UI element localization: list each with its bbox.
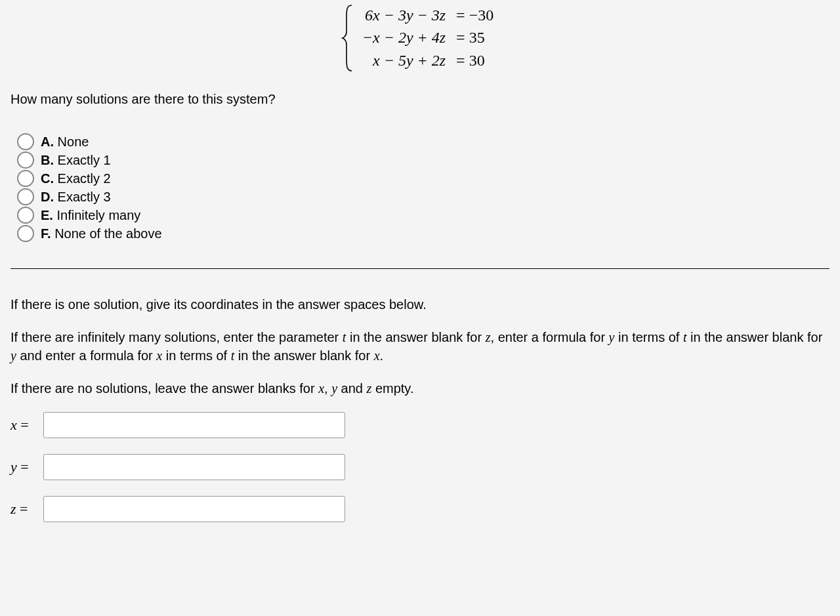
equation-system: 6x − 3y − 3z = −30 −x − 2y + 4z = 35 x −…: [10, 4, 830, 72]
option-a[interactable]: A. None: [17, 133, 830, 150]
z-input[interactable]: [43, 496, 345, 522]
answer-row-x: x =: [10, 412, 830, 438]
instructions: If there is one solution, give its coord…: [10, 295, 830, 398]
instruction-infinite-solutions: If there are infinitely many solutions, …: [10, 328, 830, 365]
instruction-no-solutions: If there are no solutions, leave the ans…: [10, 379, 830, 398]
eq3-rhs: = 30: [451, 49, 499, 72]
y-input[interactable]: [43, 454, 345, 480]
radio-b[interactable]: [17, 152, 34, 169]
radio-f[interactable]: [17, 225, 34, 242]
section-divider: [10, 268, 830, 269]
z-label: z =: [10, 501, 43, 518]
left-brace-icon: [341, 4, 354, 72]
radio-c[interactable]: [17, 170, 34, 187]
option-e[interactable]: E. Infinitely many: [17, 207, 830, 224]
x-label: x =: [10, 417, 43, 434]
option-f[interactable]: F. None of the above: [17, 225, 830, 242]
answer-row-y: y =: [10, 454, 830, 480]
option-d[interactable]: D. Exactly 3: [17, 188, 830, 205]
option-c[interactable]: C. Exactly 2: [17, 170, 830, 187]
y-label: y =: [10, 459, 43, 476]
question-container: 6x − 3y − 3z = −30 −x − 2y + 4z = 35 x −…: [0, 4, 840, 533]
question-prompt: How many solutions are there to this sys…: [10, 92, 830, 107]
instruction-one-solution: If there is one solution, give its coord…: [10, 295, 830, 314]
option-b[interactable]: B. Exactly 1: [17, 152, 830, 169]
x-input[interactable]: [43, 412, 345, 438]
eq1-rhs: = −30: [451, 4, 499, 27]
answer-row-z: z =: [10, 496, 830, 522]
radio-e[interactable]: [17, 207, 34, 224]
eq2-lhs: −x − 2y + 4z: [362, 29, 446, 46]
options-group: A. None B. Exactly 1 C. Exactly 2 D. Exa…: [17, 133, 830, 242]
eq3-lhs: x − 5y + 2z: [373, 52, 446, 69]
eq2-rhs: = 35: [451, 27, 499, 50]
radio-a[interactable]: [17, 133, 34, 150]
eq1-lhs: 6x − 3y − 3z: [365, 7, 446, 24]
radio-d[interactable]: [17, 188, 34, 205]
